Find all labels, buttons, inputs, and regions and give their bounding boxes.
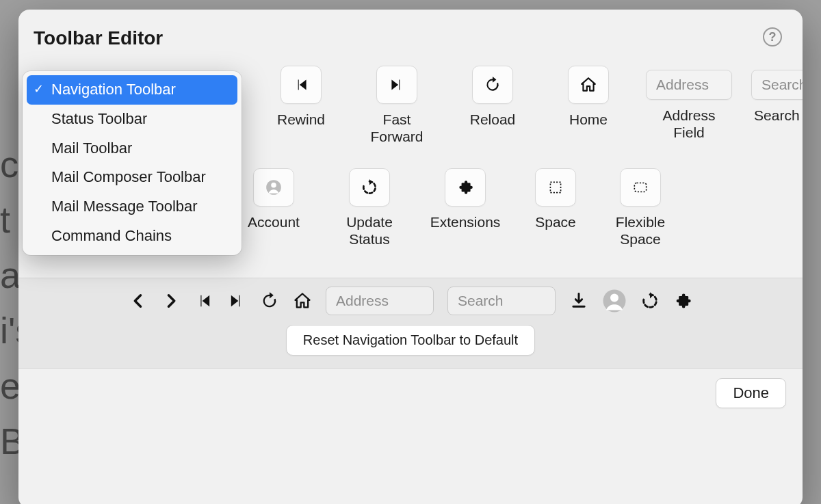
- dropdown-item-label: Mail Composer Toolbar: [51, 168, 206, 185]
- palette-item-flexible-space[interactable]: Flexible Space: [608, 168, 673, 252]
- space-tile[interactable]: [535, 168, 576, 207]
- palette-label: Search Field: [754, 107, 803, 124]
- check-icon: ✓: [34, 81, 44, 98]
- flexspace-icon: [631, 178, 649, 196]
- palette-label: Home: [569, 111, 608, 128]
- flexible-space-tile[interactable]: [620, 168, 661, 207]
- preview-back-button[interactable]: [129, 291, 148, 310]
- palette-item-address-field[interactable]: AddressAddress Field: [647, 66, 731, 149]
- palette-item-rewind[interactable]: Rewind: [263, 66, 339, 149]
- toolbar-select-dropdown[interactable]: ✓Navigation ToolbarStatus ToolbarMail To…: [23, 71, 242, 255]
- palette-item-update-status[interactable]: Update Status: [332, 168, 407, 252]
- palette-item-reload[interactable]: Reload: [455, 66, 530, 149]
- palette-label: Space: [535, 213, 576, 230]
- reset-toolbar-button[interactable]: Reset Navigation Toolbar to Default: [286, 325, 535, 356]
- home-icon: [579, 76, 597, 94]
- palette-label: Account: [248, 213, 300, 230]
- extensions-tile[interactable]: [445, 168, 486, 207]
- reload-icon: [260, 291, 279, 310]
- palette-item-fast-forward[interactable]: Fast Forward: [359, 66, 434, 149]
- puzzle-icon: [456, 178, 474, 196]
- account-tile[interactable]: [253, 168, 294, 207]
- dropdown-item-navigation-toolbar[interactable]: ✓Navigation Toolbar: [27, 75, 237, 105]
- dropdown-item-label: Command Chains: [51, 227, 172, 244]
- palette-label: Reload: [470, 111, 516, 128]
- palette-item-account[interactable]: Account: [236, 168, 311, 252]
- preview-update-button[interactable]: [640, 291, 660, 310]
- done-button[interactable]: Done: [716, 378, 786, 408]
- address-field-tile[interactable]: Address: [646, 70, 732, 100]
- dropdown-item-label: Mail Message Toolbar: [51, 198, 198, 215]
- rewind-tile[interactable]: [281, 66, 322, 104]
- dropdown-item-status-toolbar[interactable]: Status Toolbar: [27, 105, 237, 134]
- palette-label: Fast Forward: [359, 111, 434, 145]
- reload-icon: [484, 76, 501, 94]
- preview-forward-button[interactable]: [161, 291, 181, 310]
- preview-account-button[interactable]: [602, 289, 627, 313]
- update-icon: [361, 178, 378, 196]
- account-grey-icon: [602, 289, 627, 313]
- download-icon: [569, 291, 588, 310]
- palette-label: Rewind: [277, 111, 325, 128]
- toolbar-preview: AddressSearch Reset Navigation Toolbar t…: [18, 278, 803, 369]
- palette-item-space[interactable]: Space: [523, 168, 588, 252]
- palette-item-search-field[interactable]: SearchSearch Field: [752, 66, 803, 149]
- preview-address-field[interactable]: Address: [326, 287, 434, 315]
- dropdown-item-label: Mail Toolbar: [51, 140, 132, 157]
- dialog-title: Toolbar Editor: [34, 27, 163, 49]
- help-icon[interactable]: ?: [763, 27, 782, 47]
- fast-forward-tile[interactable]: [376, 66, 417, 104]
- puzzle-icon: [673, 291, 692, 310]
- skip-forward-icon: [388, 76, 406, 94]
- dropdown-item-command-chains[interactable]: Command Chains: [27, 222, 237, 251]
- preview-search-field[interactable]: Search: [447, 287, 556, 315]
- preview-reload-button[interactable]: [260, 291, 279, 310]
- palette-label: Address Field: [647, 107, 731, 141]
- palette-label: Extensions: [430, 213, 501, 230]
- update-icon: [640, 291, 660, 310]
- skip-back-icon: [292, 76, 310, 94]
- home-icon: [293, 291, 312, 310]
- preview-home-button[interactable]: [293, 291, 312, 310]
- dropdown-item-label: Status Toolbar: [51, 110, 147, 127]
- palette-item-extensions[interactable]: Extensions: [428, 168, 503, 252]
- palette-item-home[interactable]: Home: [551, 66, 626, 149]
- dropdown-item-mail-composer-toolbar[interactable]: Mail Composer Toolbar: [27, 163, 237, 192]
- preview-extensions-button[interactable]: [673, 291, 692, 310]
- search-field-tile[interactable]: Search: [751, 70, 803, 100]
- chevron-right-icon: [161, 291, 181, 310]
- dropdown-item-label: Navigation Toolbar: [51, 81, 176, 98]
- preview-rewind-button[interactable]: [194, 291, 213, 310]
- palette-label: Flexible Space: [608, 213, 673, 248]
- preview-downloads-button[interactable]: [569, 291, 588, 310]
- skip-back-icon: [194, 291, 213, 310]
- chevron-left-icon: [129, 291, 148, 310]
- dropdown-item-mail-message-toolbar[interactable]: Mail Message Toolbar: [27, 192, 237, 222]
- skip-forward-icon: [227, 291, 246, 310]
- home-tile[interactable]: [568, 66, 609, 104]
- palette-label: Update Status: [332, 213, 407, 248]
- account-grey-icon: [265, 178, 283, 196]
- update-status-tile[interactable]: [349, 168, 390, 207]
- space-icon: [547, 178, 564, 196]
- reload-tile[interactable]: [472, 66, 513, 104]
- preview-fast-forward-button[interactable]: [227, 291, 246, 310]
- dropdown-item-mail-toolbar[interactable]: Mail Toolbar: [27, 134, 237, 163]
